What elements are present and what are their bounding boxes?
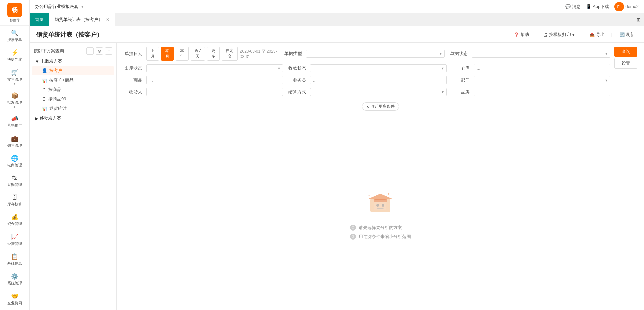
sidebar-finance-label: 资金管理 (7, 221, 22, 226)
scheme-group-mobile-header[interactable]: ▶ 移动端方案 (32, 114, 114, 123)
settlement-select[interactable]: ▾ (310, 88, 447, 96)
sidebar-item-sales[interactable]: 💼 销售管理 (0, 132, 29, 151)
sidebar-item-ecommerce[interactable]: 🌐 电商管理 (0, 151, 29, 171)
scheme-item-by-goods[interactable]: 🗒 按商品 (32, 85, 114, 94)
date-btn-last-month[interactable]: 上月 (146, 47, 159, 61)
mobile-group-arrow: ▶ (35, 116, 38, 121)
message-btn[interactable]: 💬 消息 (565, 4, 581, 10)
filter-row-3: 商品 ... 业务员 ... 部门 (123, 76, 610, 84)
industry-dropdown[interactable]: ▾ (81, 4, 83, 9)
filter-panel: 单据日期 上月 本月 本年 近7天 更多 自定义 2023-03-01 至 20… (117, 43, 644, 100)
sidebar-item-quicknav[interactable]: ⚡ 快捷导航 (0, 46, 29, 65)
sidebar-item-basics[interactable]: 📋 基础信息 (0, 250, 29, 269)
avatar: Ea (614, 2, 624, 11)
goods-value: ... (149, 78, 153, 83)
print-label: 按模板打印 (549, 32, 571, 38)
doc-status-dropdown-icon: ▾ (605, 51, 607, 56)
settings-btn[interactable]: 设置 (614, 58, 637, 69)
scheme-add-btn[interactable]: + (86, 47, 94, 55)
doc-type-dropdown-icon: ▾ (440, 51, 442, 56)
out-status-label: 出库状态 (123, 65, 142, 71)
logo-text: 标推荐 (10, 18, 20, 23)
payment-status-dropdown-icon: ▾ (442, 66, 444, 71)
username: demo2 (625, 4, 639, 9)
topbar-left: 办公用品行业模拟账套 ▾ (35, 4, 83, 10)
tab-sales-stats[interactable]: 销货单统计表（按客户） ✕ (49, 13, 115, 26)
date-btn-this-month[interactable]: 本月 (161, 47, 174, 61)
tab-expand-btn[interactable]: ⊞ (633, 17, 644, 22)
out-status-dropdown-icon: ▾ (278, 66, 280, 71)
department-select[interactable]: ▾ (474, 76, 610, 84)
sidebar-item-purchase[interactable]: 🛍 采购管理 (0, 171, 29, 191)
sidebar-item-retail[interactable]: 🛒 零售管理 ▼ (0, 65, 29, 89)
sidebar-item-search[interactable]: 🔍 搜索菜单 (0, 26, 29, 46)
sidebar-item-inventory[interactable]: 🗄 库存核算 (0, 191, 29, 210)
sales-icon: 💼 (11, 135, 18, 142)
salesperson-label: 业务员 (287, 77, 306, 83)
app-download-btn[interactable]: 📱 App下载 (586, 4, 609, 10)
finance-icon: 💰 (11, 213, 18, 221)
scheme-collapse-btn[interactable]: « (105, 47, 112, 55)
page-title: 销货单统计表（按客户） (36, 31, 103, 39)
page-header-top: 销货单统计表（按客户） ❓ 帮助 | 🖨 按模板打印 ▾ | 📤 (36, 30, 637, 42)
sidebar-item-enterprise[interactable]: 🤝 企业协同 (0, 289, 29, 309)
refresh-btn[interactable]: 🔄 刷新 (616, 30, 637, 39)
scheme-item-return-stats[interactable]: 📊 退货统计 (32, 104, 114, 113)
sidebar-operations-label: 经营管理 (7, 241, 22, 246)
export-btn[interactable]: 📤 导出 (587, 30, 607, 39)
doc-type-select[interactable]: ▾ (306, 50, 445, 58)
date-label: 单据日期 (123, 51, 142, 57)
scheme-group-desktop-header[interactable]: ▼ 电脑端方案 (32, 57, 114, 66)
sidebar-purchase-label: 采购管理 (7, 182, 22, 187)
department-label: 部门 (451, 77, 470, 83)
empty-icon-container: ✦ ✦ (364, 184, 397, 218)
scheme-item-by-customer[interactable]: 👤 按客户 (32, 66, 114, 75)
wholesale-arrow-icon: ▲ (13, 105, 16, 108)
collapse-icon: ∧ (366, 104, 369, 109)
date-btn-this-year[interactable]: 本年 (176, 47, 189, 61)
inventory-icon: 🗄 (12, 194, 18, 201)
sidebar-item-system[interactable]: ⚙️ 系统管理 (0, 269, 29, 289)
user-menu[interactable]: Ea demo2 (614, 2, 639, 11)
enterprise-icon: 🤝 (11, 293, 18, 300)
sidebar-search-label: 搜索菜单 (7, 37, 22, 42)
payment-status-select[interactable]: ▾ (310, 64, 447, 72)
help-btn[interactable]: ❓ 帮助 (511, 30, 532, 39)
salesperson-input[interactable]: ... (310, 76, 447, 84)
desktop-group-arrow: ▼ (35, 59, 39, 64)
tab-home[interactable]: 首页 (30, 13, 49, 26)
tab-close-icon[interactable]: ✕ (106, 17, 109, 22)
sidebar-sales-label: 销售管理 (7, 143, 22, 148)
filter-row-4: 收货人 ... 结算方式 ▾ 品牌 (123, 88, 610, 96)
warehouse-label: 仓库 (451, 65, 470, 71)
retail-icon: 🛒 (11, 69, 18, 76)
scheme-item-goods99[interactable]: 🗒 按商品99 (32, 94, 114, 104)
collapse-label: 收起更多条件 (371, 104, 395, 109)
date-btn-7days[interactable]: 近7天 (191, 47, 205, 61)
sidebar-item-wholesale[interactable]: 📦 批发管理 ▲ (0, 89, 29, 112)
settlement-label: 结算方式 (287, 89, 306, 95)
payment-status-label: 收款状态 (287, 65, 306, 71)
svg-point-4 (376, 204, 379, 207)
sidebar-item-finance[interactable]: 💰 资金管理 (0, 210, 29, 230)
print-btn[interactable]: 🖨 按模板打印 ▾ (541, 30, 577, 39)
date-btn-more[interactable]: 更多 (207, 47, 220, 61)
out-status-select[interactable]: ▾ (146, 64, 283, 72)
collapse-conditions-btn[interactable]: ∧ 收起更多条件 (362, 102, 399, 111)
goods-label: 按商品 (48, 87, 61, 93)
date-btn-custom[interactable]: 自定义 (222, 47, 238, 61)
goods-icon: 🗒 (42, 87, 46, 92)
sidebar-item-marketing[interactable]: 📣 营销推广 (0, 112, 29, 132)
warehouse-input[interactable]: ... (474, 64, 610, 72)
scheme-item-customer-goods[interactable]: 📊 按客户+商品 (32, 75, 114, 85)
receiver-input[interactable]: ... (146, 88, 283, 96)
goods99-label: 按商品99 (48, 96, 66, 102)
brand-input[interactable]: ... (474, 88, 610, 96)
scheme-edit-btn[interactable]: ⊙ (96, 47, 103, 55)
sidebar-item-operations[interactable]: 📈 经营管理 (0, 230, 29, 250)
goods-input[interactable]: ... (146, 76, 283, 84)
help-label: 帮助 (520, 32, 529, 38)
query-btn[interactable]: 查询 (614, 47, 637, 57)
empty-tips: ① 请先选择要分析的方案 ② 用过滤条件来缩小分析范围 (350, 225, 411, 240)
doc-status-select[interactable]: ▾ (472, 50, 610, 58)
